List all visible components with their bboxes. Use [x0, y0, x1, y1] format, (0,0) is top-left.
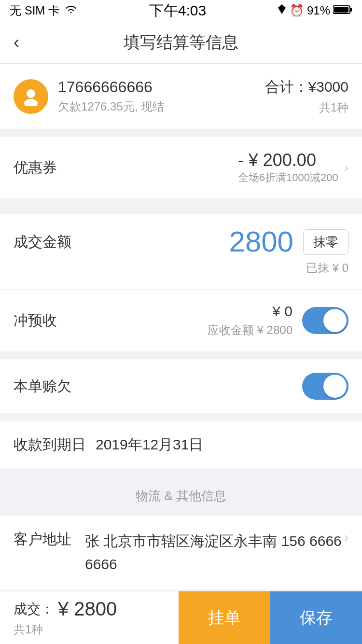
total-value: ¥3000 — [308, 79, 348, 95]
page-title: 填写结算等信息 — [124, 31, 238, 54]
status-left: 无 SIM 卡 — [10, 3, 78, 18]
status-time: 下午4:03 — [149, 1, 206, 21]
section-gap-1 — [0, 206, 362, 214]
round-down-button[interactable]: 抹零 — [303, 229, 348, 255]
customer-debt: 欠款1276.35元, 现结 — [58, 99, 164, 114]
deal-amount-value: 2800 — [229, 227, 293, 256]
wifi-icon — [64, 4, 78, 17]
prereceive-value: ¥ 0 — [208, 303, 292, 320]
bottom-deal-row: 成交： ¥ 2800 — [14, 598, 165, 620]
duedate-value: 2019年12月31日 — [96, 435, 203, 455]
duedate-section: 收款到期日 2019年12月31日 — [0, 421, 362, 468]
section-gap-3 — [0, 468, 362, 476]
status-right: ⏰ 91% — [277, 4, 352, 17]
svg-rect-1 — [350, 8, 352, 12]
address-value: 张 北京市市辖区海淀区永丰南 156 6666 6666 — [85, 530, 344, 576]
coupon-right: - ¥ 200.00 全场6折满1000减200 › — [238, 150, 348, 185]
svg-rect-2 — [334, 7, 348, 13]
pending-button[interactable]: 挂单 — [179, 591, 270, 644]
total-label: 合计： — [265, 79, 308, 95]
coupon-desc: 全场6折满1000减200 — [238, 170, 338, 185]
credit-toggle[interactable] — [302, 373, 348, 400]
prereceive-amount: ¥ 0 应收金额 ¥ 2800 — [208, 303, 292, 338]
prereceive-toggle[interactable] — [302, 307, 348, 334]
logistics-line-left — [14, 496, 126, 496]
customer-info: 17666666666 欠款1276.35元, 现结 — [58, 78, 164, 114]
bottom-deal-label: 成交： — [14, 600, 54, 618]
toggle-knob — [323, 309, 347, 332]
credit-toggle-knob — [323, 375, 347, 398]
customer-phone: 17666666666 — [58, 78, 164, 96]
section-gap-2 — [0, 351, 362, 359]
logistics-title: 物流 & 其他信息 — [136, 488, 226, 504]
credit-label: 本单赊欠 — [14, 377, 71, 396]
battery-text: 91% — [307, 4, 330, 17]
deal-row: 成交金额 2800 抹零 — [14, 227, 348, 256]
coupon-info: - ¥ 200.00 全场6折满1000减200 — [238, 150, 338, 185]
content-area: 17666666666 欠款1276.35元, 现结 合计：¥3000 共1种 … — [0, 64, 362, 644]
prereceive-sub: 应收金额 ¥ 2800 — [208, 322, 292, 338]
deal-label: 成交金额 — [14, 232, 71, 252]
battery-icon — [333, 4, 352, 17]
nav-bar: ‹ 填写结算等信息 — [0, 21, 362, 64]
svg-point-4 — [24, 99, 38, 106]
bottom-count: 共1种 — [14, 622, 165, 637]
status-bar: 无 SIM 卡 下午4:03 ⏰ 91% — [0, 0, 362, 21]
credit-section: 本单赊欠 — [0, 359, 362, 413]
duedate-row: 收款到期日 2019年12月31日 — [14, 435, 348, 455]
total-count: 共1种 — [265, 100, 348, 115]
deal-right: 2800 抹零 — [229, 227, 348, 256]
coupon-amount: - ¥ 200.00 — [238, 150, 338, 170]
no-sim-text: 无 SIM 卡 — [10, 3, 60, 18]
customer-total: 合计：¥3000 共1种 — [265, 77, 348, 115]
alarm-icon: ⏰ — [290, 4, 304, 17]
svg-point-3 — [27, 89, 35, 98]
avatar — [14, 79, 48, 114]
bottom-bar: 成交： ¥ 2800 共1种 挂单 保存 — [0, 591, 362, 644]
logistics-header: 物流 & 其他信息 — [0, 476, 362, 516]
total-amount: 合计：¥3000 — [265, 77, 348, 97]
customer-section: 17666666666 欠款1276.35元, 现结 合计：¥3000 共1种 — [0, 64, 362, 129]
back-button[interactable]: ‹ — [14, 32, 19, 53]
deal-sub: 已抹 ¥ 0 — [14, 260, 348, 276]
save-button[interactable]: 保存 — [270, 591, 362, 644]
bottom-summary: 成交： ¥ 2800 共1种 — [0, 598, 179, 637]
chevron-right-icon: › — [344, 160, 348, 175]
coupon-section[interactable]: 优惠券 - ¥ 200.00 全场6折满1000减200 › — [0, 137, 362, 198]
customer-left: 17666666666 欠款1276.35元, 现结 — [14, 78, 164, 114]
coupon-label: 优惠券 — [14, 158, 57, 178]
address-label: 客户地址 — [14, 530, 71, 549]
bottom-deal-amount: ¥ 2800 — [58, 598, 117, 620]
location-icon — [277, 4, 287, 17]
duedate-label: 收款到期日 — [14, 435, 86, 455]
prereceive-label: 冲预收 — [14, 311, 57, 331]
address-chevron-icon: › — [344, 530, 348, 545]
deal-amount-section: 成交金额 2800 抹零 已抹 ¥ 0 — [0, 214, 362, 289]
prereceive-section: 冲预收 ¥ 0 应收金额 ¥ 2800 — [0, 289, 362, 351]
logistics-line-right — [236, 496, 348, 496]
prereceive-right: ¥ 0 应收金额 ¥ 2800 — [208, 303, 348, 338]
address-section[interactable]: 客户地址 张 北京市市辖区海淀区永丰南 156 6666 6666 › — [0, 516, 362, 589]
prereceive-row: 冲预收 ¥ 0 应收金额 ¥ 2800 — [14, 303, 348, 338]
